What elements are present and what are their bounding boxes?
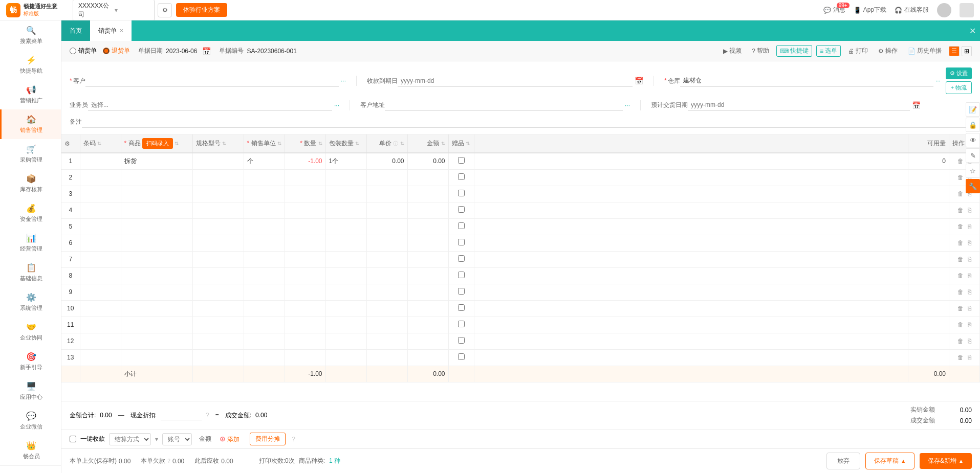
gift-checkbox[interactable] <box>458 304 465 311</box>
cell-price[interactable] <box>366 186 407 202</box>
delete-row-button[interactable]: 🗑 <box>957 207 964 214</box>
cell-product[interactable] <box>121 251 192 267</box>
cell-amount[interactable] <box>407 235 448 251</box>
cell-note[interactable] <box>474 300 908 317</box>
right-float-notes-button[interactable]: 📝 <box>966 102 980 117</box>
cell-qty[interactable] <box>285 284 325 300</box>
cell-product[interactable] <box>121 267 192 284</box>
shortcut-button[interactable]: ⌨ 快捷键 <box>776 45 812 57</box>
user-avatar[interactable] <box>937 3 951 17</box>
customer-input[interactable] <box>85 75 339 87</box>
cell-qty[interactable] <box>285 202 325 218</box>
delete-row-button[interactable]: 🗑 <box>957 321 964 328</box>
delivery-calendar-icon[interactable]: 📅 <box>912 101 921 109</box>
copy-row-button[interactable]: ⎘ <box>968 239 971 246</box>
cell-unit[interactable] <box>244 300 285 317</box>
gift-checkbox[interactable] <box>458 173 465 180</box>
cell-gift[interactable] <box>448 317 474 333</box>
cell-amount[interactable] <box>407 333 448 349</box>
copy-row-button[interactable]: ⎘ <box>968 354 971 361</box>
cell-qty[interactable] <box>285 349 325 366</box>
cell-unit[interactable] <box>244 267 285 284</box>
cell-barcode[interactable] <box>80 153 121 169</box>
cell-price[interactable] <box>366 317 407 333</box>
cell-product[interactable] <box>121 235 192 251</box>
cell-product[interactable] <box>121 317 192 333</box>
settlement-method-select[interactable]: 结算方式 <box>109 433 151 445</box>
cell-unit[interactable] <box>244 251 285 267</box>
cell-barcode[interactable] <box>80 284 121 300</box>
cell-barcode[interactable] <box>80 235 121 251</box>
delete-row-button[interactable]: 🗑 <box>957 174 964 181</box>
operation-button[interactable]: ⚙ 操作 <box>875 46 901 56</box>
cell-spec[interactable] <box>192 202 244 218</box>
scan-button[interactable]: 扫码录入 <box>142 138 173 149</box>
cell-amount[interactable] <box>407 186 448 202</box>
cell-amount[interactable] <box>407 169 448 186</box>
cell-pkgqty[interactable] <box>325 186 366 202</box>
add-payment-button[interactable]: ⊕ 添加 <box>220 435 239 444</box>
abandon-button[interactable]: 放弃 <box>826 453 860 469</box>
warehouse-input[interactable] <box>680 75 933 87</box>
cell-pkgqty[interactable] <box>325 333 366 349</box>
cell-gift[interactable] <box>448 349 474 366</box>
cell-unit[interactable]: 个 <box>244 153 285 169</box>
tab-sales-order[interactable]: 销货单 × <box>90 20 132 41</box>
history-button[interactable]: 📄 历史单据 <box>905 46 945 56</box>
sidebar-item-marketing[interactable]: 📢 营销推广 <box>0 80 61 109</box>
delete-row-button[interactable]: 🗑 <box>957 223 964 230</box>
copy-row-button[interactable]: ⎘ <box>968 207 971 214</box>
cell-price[interactable] <box>366 251 407 267</box>
cell-note[interactable] <box>474 317 908 333</box>
cell-qty[interactable] <box>285 235 325 251</box>
barcode-input[interactable] <box>83 174 118 181</box>
company-selector[interactable]: XXXXXX公司 ▾ <box>73 0 155 21</box>
cell-spec[interactable] <box>192 300 244 317</box>
warehouse-picker-button[interactable]: ··· <box>935 77 941 84</box>
cell-note[interactable] <box>474 349 908 366</box>
salesperson-input[interactable] <box>88 99 332 111</box>
cell-gift[interactable] <box>448 333 474 349</box>
gift-checkbox[interactable] <box>458 353 465 360</box>
cell-product[interactable] <box>121 202 192 218</box>
cell-note[interactable] <box>474 251 908 267</box>
cell-unit[interactable] <box>244 235 285 251</box>
cell-barcode[interactable] <box>80 300 121 317</box>
sidebar-item-inventory[interactable]: 📦 库存核算 <box>0 169 61 198</box>
video-button[interactable]: ▶ 视频 <box>720 46 745 56</box>
cell-product[interactable] <box>121 218 192 235</box>
sidebar-settings-button[interactable]: ⚙ <box>0 470 61 473</box>
sidebar-item-guide[interactable]: 🎯 新手引导 <box>0 347 61 376</box>
cell-pkgqty[interactable] <box>325 349 366 366</box>
cell-note[interactable] <box>474 267 908 284</box>
cell-amount[interactable] <box>407 251 448 267</box>
cell-unit[interactable] <box>244 169 285 186</box>
cell-pkgqty[interactable] <box>325 267 366 284</box>
cell-spec[interactable] <box>192 333 244 349</box>
cell-pkgqty[interactable] <box>325 284 366 300</box>
cell-amount[interactable] <box>407 300 448 317</box>
cell-barcode[interactable] <box>80 267 121 284</box>
delete-row-button[interactable]: 🗑 <box>957 337 964 345</box>
cell-barcode[interactable] <box>80 186 121 202</box>
cell-pkgqty[interactable] <box>325 218 366 235</box>
cell-barcode[interactable] <box>80 333 121 349</box>
user-menu-button[interactable] <box>960 3 974 17</box>
cell-amount[interactable] <box>407 202 448 218</box>
barcode-input[interactable] <box>83 337 118 345</box>
print-button[interactable]: 🖨 打印 <box>845 46 871 56</box>
cell-qty[interactable] <box>285 186 325 202</box>
cell-gift[interactable] <box>448 169 474 186</box>
account-select[interactable]: 账号 <box>162 433 192 445</box>
cell-price[interactable] <box>366 235 407 251</box>
radio-sales-order[interactable]: 销货单 <box>70 47 97 55</box>
view-list-button[interactable]: ☰ <box>949 46 960 56</box>
cell-gift[interactable] <box>448 153 474 169</box>
cell-gift[interactable] <box>448 300 474 317</box>
cell-barcode[interactable] <box>80 317 121 333</box>
sidebar-item-collab[interactable]: 🤝 企业协同 <box>0 317 61 347</box>
right-float-lock-button[interactable]: 🔒 <box>966 118 980 132</box>
settings-icon[interactable]: ⚙ <box>64 140 70 147</box>
cell-pkgqty[interactable] <box>325 235 366 251</box>
delete-row-button[interactable]: 🗑 <box>957 239 964 246</box>
